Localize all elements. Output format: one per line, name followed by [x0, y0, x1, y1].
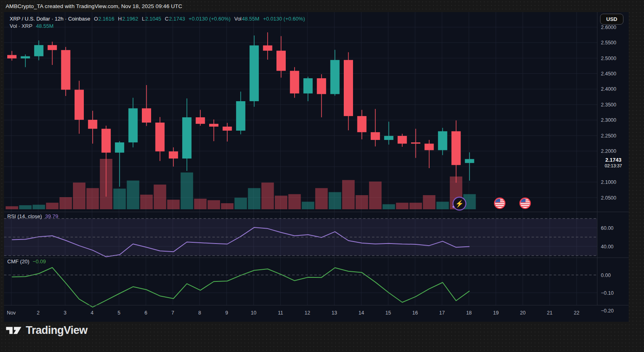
symbol-legend: XRP / U.S. Dollar · 12h · Coinbase O2.16…: [10, 16, 305, 22]
cmf-legend: CMF (20) −0.09: [7, 258, 46, 265]
svg-text:60.00: 60.00: [601, 225, 613, 231]
svg-text:2.3500: 2.3500: [601, 102, 616, 108]
us-economic-event-icon[interactable]: [494, 198, 505, 208]
price-change: +0.0130 (+0.60%): [189, 16, 231, 22]
svg-text:0.00: 0.00: [601, 273, 611, 278]
svg-text:8: 8: [198, 310, 201, 316]
chart-panel-background: [4, 12, 629, 322]
symbol-title[interactable]: XRP / U.S. Dollar · 12h · Coinbase: [10, 16, 90, 22]
svg-text:2.6000: 2.6000: [601, 25, 616, 30]
svg-text:10: 10: [251, 310, 256, 316]
svg-text:20: 20: [520, 310, 526, 316]
rsi-legend: RSI (14, close) 39.79: [7, 213, 58, 219]
volume-readout: Vol48.55M: [234, 16, 259, 22]
svg-text:✦: ✦: [451, 204, 455, 209]
cmf-legend-value: −0.09: [33, 258, 46, 265]
volume-change: +0.0130 (+0.60%): [263, 16, 305, 22]
svg-text:2.1000: 2.1000: [601, 179, 616, 185]
svg-text:11: 11: [278, 310, 283, 316]
svg-text:2.4000: 2.4000: [601, 86, 616, 92]
tradingview-logo[interactable]: TradingView: [6, 324, 87, 337]
svg-text:2.4500: 2.4500: [601, 71, 616, 77]
svg-text:22: 22: [574, 310, 580, 316]
chart-canvas[interactable]: 2.60002.55002.50002.45002.40002.35002.30…: [0, 0, 644, 352]
svg-text:3: 3: [64, 310, 66, 316]
volume-legend-label: Vol · XRP: [10, 23, 32, 29]
svg-text:12: 12: [305, 310, 310, 316]
svg-text:⚡: ⚡: [455, 200, 464, 208]
svg-text:9: 9: [225, 310, 228, 316]
svg-text:13: 13: [332, 310, 337, 316]
last-price: 2.1743: [605, 157, 621, 163]
svg-text:7: 7: [171, 310, 174, 316]
cmf-legend-title: CMF (20): [7, 258, 29, 265]
svg-text:18: 18: [466, 310, 472, 316]
svg-text:2.5000: 2.5000: [601, 56, 616, 61]
rsi-legend-title: RSI (14, close): [7, 213, 42, 219]
svg-text:19: 19: [493, 310, 499, 316]
svg-text:2.3000: 2.3000: [601, 117, 616, 123]
page-title: AMBCrypto_TA created with TradingView.co…: [6, 3, 182, 9]
svg-text:2.0500: 2.0500: [601, 195, 616, 201]
ohlc-low: L2.1045: [142, 16, 161, 22]
us-economic-event-icon[interactable]: [520, 198, 530, 208]
svg-text:2.5500: 2.5500: [601, 40, 616, 46]
currency-toggle-button[interactable]: USD: [600, 14, 623, 25]
svg-text:2.2500: 2.2500: [601, 133, 616, 139]
svg-text:−0.10: −0.10: [601, 290, 614, 296]
rsi-legend-value: 39.79: [45, 213, 58, 219]
ohlc-high: H2.1962: [118, 16, 138, 22]
svg-text:2: 2: [37, 310, 39, 316]
last-price-badge[interactable]: 2.1743 02:13:37: [598, 156, 629, 170]
svg-text:40.00: 40.00: [601, 244, 613, 250]
svg-text:2.2000: 2.2000: [601, 148, 616, 154]
svg-text:6: 6: [145, 310, 147, 316]
svg-text:17: 17: [439, 310, 445, 316]
svg-text:4: 4: [91, 310, 93, 316]
svg-text:14: 14: [358, 310, 364, 316]
tradingview-logo-text: TradingView: [26, 324, 87, 337]
svg-text:Nov: Nov: [7, 310, 16, 316]
svg-text:16: 16: [412, 310, 418, 316]
ohlc-open: O2.1616: [94, 16, 114, 22]
svg-text:5: 5: [118, 310, 120, 316]
volume-legend: Vol · XRP 48.55M: [10, 23, 54, 29]
candle-countdown: 02:13:37: [605, 163, 622, 169]
ohlc-close: C2.1743: [165, 16, 185, 22]
svg-text:15: 15: [385, 310, 391, 316]
svg-text:−0.20: −0.20: [601, 308, 614, 314]
volume-legend-value: 48.55M: [36, 23, 53, 29]
svg-text:21: 21: [547, 310, 553, 316]
tradingview-snapshot: { "header": { "title": "AMBCrypto_TA cre…: [0, 0, 644, 352]
tradingview-logo-icon: [6, 325, 22, 336]
